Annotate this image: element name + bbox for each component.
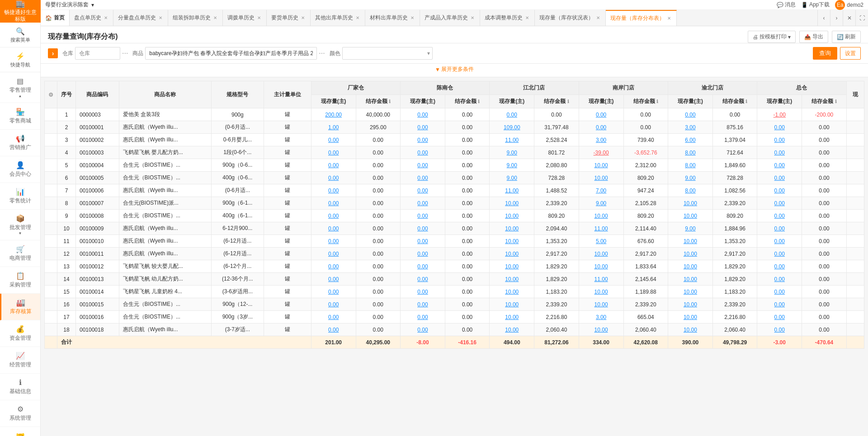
close-icon[interactable]: ✕: [212, 15, 218, 21]
row-na-stock[interactable]: 10.00: [579, 323, 623, 336]
info-icon[interactable]: ℹ: [478, 99, 480, 104]
row-fy-stock[interactable]: 0.00: [311, 197, 356, 210]
filter-expand-btn[interactable]: ›: [48, 48, 58, 58]
row-na-stock[interactable]: 3.00: [579, 311, 623, 323]
row-fy-stock[interactable]: 0.00: [311, 260, 356, 273]
product-input[interactable]: [145, 47, 317, 60]
row-yb-stock[interactable]: 0.00: [668, 108, 712, 121]
row-total-stock[interactable]: 0.00: [757, 273, 802, 286]
row-yb-stock[interactable]: 10.00: [668, 273, 712, 286]
row-cn-stock[interactable]: 0.00: [400, 248, 445, 260]
close-icon[interactable]: ✕: [158, 15, 163, 21]
sidebar-item-finance[interactable]: 💰 资金管理: [0, 320, 40, 347]
row-total-stock[interactable]: 0.00: [757, 260, 802, 273]
info-icon[interactable]: ℹ: [656, 99, 658, 104]
row-total-stock[interactable]: 0.00: [757, 121, 802, 134]
industry-dropdown[interactable]: 母婴行业演示陈套: [45, 1, 89, 9]
tab-cost-adjust[interactable]: 成本调整单历史 ✕: [480, 10, 535, 26]
row-na-stock[interactable]: 10.00: [579, 159, 623, 172]
row-na-stock[interactable]: 10.00: [579, 286, 623, 298]
row-yb-stock[interactable]: 10.00: [668, 260, 712, 273]
row-total-stock[interactable]: 0.00: [757, 197, 802, 210]
row-fy-stock[interactable]: 0.00: [311, 298, 356, 311]
row-na-stock[interactable]: 5.00: [579, 235, 623, 248]
tab-category-count[interactable]: 分量盘点单历史 ✕: [113, 10, 168, 26]
row-cn-stock[interactable]: 0.00: [400, 311, 445, 323]
row-jb-stock[interactable]: 9.00: [490, 146, 534, 159]
row-cn-stock[interactable]: 0.00: [400, 273, 445, 286]
row-total-stock[interactable]: 0.00: [757, 210, 802, 222]
row-cn-stock[interactable]: 0.00: [400, 323, 445, 336]
tab-product-in[interactable]: 产成品入库单历史 ✕: [420, 10, 480, 26]
row-cn-stock[interactable]: 0.00: [400, 210, 445, 222]
row-fy-stock[interactable]: 0.00: [311, 210, 356, 222]
row-fy-stock[interactable]: 0.00: [311, 184, 356, 197]
tab-transfer[interactable]: 调拨单历史 ✕: [223, 10, 267, 26]
row-fy-stock[interactable]: 0.00: [311, 273, 356, 286]
row-yb-stock[interactable]: 10.00: [668, 197, 712, 210]
row-total-stock[interactable]: 0.00: [757, 323, 802, 336]
table-wrapper[interactable]: ⚙ 序号 商品编码 商品名称 规格型号 主计量单位 厂家仓 陈南仓 江北门店 南…: [41, 77, 868, 436]
close-icon[interactable]: ✕: [103, 15, 108, 21]
row-cn-stock[interactable]: 0.00: [400, 184, 445, 197]
row-fy-stock[interactable]: 1.00: [311, 121, 356, 134]
tab-close-btn[interactable]: ✕: [843, 10, 855, 26]
row-na-stock[interactable]: 3.00: [579, 134, 623, 146]
row-total-stock[interactable]: 0.00: [757, 134, 802, 146]
dropdown-arrow-icon[interactable]: ▾: [91, 2, 94, 8]
color-input[interactable]: [342, 47, 433, 60]
row-fy-stock[interactable]: 0.00: [311, 311, 356, 323]
row-cn-stock[interactable]: 0.00: [400, 222, 445, 235]
tab-inventory-count[interactable]: 盘点单历史 ✕: [70, 10, 113, 26]
info-icon[interactable]: ℹ: [567, 99, 569, 104]
row-yb-stock[interactable]: 9.00: [668, 222, 712, 235]
row-na-stock[interactable]: 11.00: [579, 222, 623, 235]
warehouse-input[interactable]: [75, 47, 120, 60]
tab-stock-status[interactable]: 现存量（库存状况表） ✕: [535, 10, 606, 26]
row-yb-stock[interactable]: 8.00: [668, 184, 712, 197]
row-jb-stock[interactable]: 10.00: [490, 210, 534, 222]
row-jb-stock[interactable]: 10.00: [490, 298, 534, 311]
row-jb-stock[interactable]: 10.00: [490, 311, 534, 323]
row-cn-stock[interactable]: 0.00: [400, 172, 445, 184]
tab-home[interactable]: 🏠 首页: [41, 10, 70, 26]
row-total-stock[interactable]: 0.00: [757, 298, 802, 311]
row-cn-stock[interactable]: 0.00: [400, 260, 445, 273]
row-jb-stock[interactable]: 10.00: [490, 286, 534, 298]
print-btn[interactable]: 🖨 按模板打印 ▾: [748, 31, 796, 43]
row-fy-stock[interactable]: 0.00: [311, 172, 356, 184]
sidebar-item-retail-mgmt[interactable]: ▤ 零售管理 ▲: [0, 72, 40, 103]
row-jb-stock[interactable]: 10.00: [490, 323, 534, 336]
row-jb-stock[interactable]: 109.00: [490, 121, 534, 134]
tab-assembly[interactable]: 组装拆卸单历史 ✕: [168, 10, 223, 26]
row-total-stock[interactable]: 0.00: [757, 222, 802, 235]
row-jb-stock[interactable]: 0.00: [490, 108, 534, 121]
row-na-stock[interactable]: -39.00: [579, 146, 623, 159]
tab-prev-btn[interactable]: ‹: [817, 10, 830, 26]
row-cn-stock[interactable]: 0.00: [400, 108, 445, 121]
row-total-stock[interactable]: 0.00: [757, 235, 802, 248]
row-na-stock[interactable]: 10.00: [579, 210, 623, 222]
tab-next-btn[interactable]: ›: [830, 10, 843, 26]
app-download-btn[interactable]: 📱 App下载: [801, 1, 830, 9]
row-total-stock[interactable]: 0.00: [757, 311, 802, 323]
row-yb-stock[interactable]: 8.00: [668, 159, 712, 172]
gear-icon[interactable]: ⚙: [48, 92, 53, 98]
row-total-stock[interactable]: 0.00: [757, 184, 802, 197]
row-cn-stock[interactable]: 0.00: [400, 298, 445, 311]
row-fy-stock[interactable]: 0.00: [311, 248, 356, 260]
close-icon[interactable]: ✕: [256, 15, 262, 21]
row-yb-stock[interactable]: 10.00: [668, 248, 712, 260]
sidebar-item-marketing[interactable]: 📢 营销推广: [0, 130, 40, 156]
row-jb-stock[interactable]: 10.00: [490, 260, 534, 273]
row-total-stock[interactable]: 0.00: [757, 248, 802, 260]
row-yb-stock[interactable]: 8.00: [668, 146, 712, 159]
row-yb-stock[interactable]: 10.00: [668, 210, 712, 222]
row-jb-stock[interactable]: 9.00: [490, 159, 534, 172]
row-fy-stock[interactable]: 0.00: [311, 235, 356, 248]
row-yb-stock[interactable]: 9.00: [668, 172, 712, 184]
row-cn-stock[interactable]: 0.00: [400, 235, 445, 248]
row-yb-stock[interactable]: 10.00: [668, 323, 712, 336]
sidebar-item-member[interactable]: 👤 会员中心: [0, 156, 40, 183]
sidebar-item-purchase[interactable]: 📋 采购管理: [0, 267, 40, 294]
